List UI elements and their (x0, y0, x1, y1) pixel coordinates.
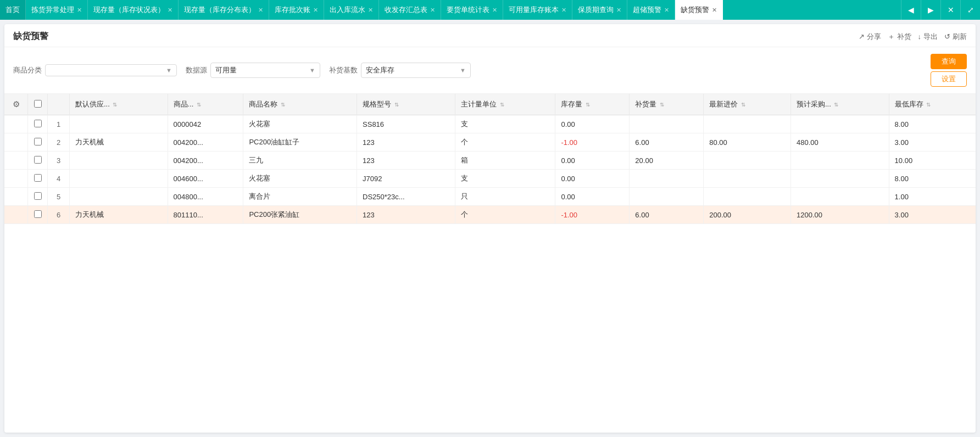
nav-tab-inout[interactable]: 出入库流水 ✕ (324, 0, 379, 20)
close-tab-stock-dist[interactable]: ✕ (258, 7, 263, 14)
row-check-4[interactable] (28, 188, 48, 206)
check-all-checkbox[interactable] (34, 100, 42, 108)
close-tab-abnormal[interactable]: ✕ (77, 7, 82, 14)
row-check-3[interactable] (28, 170, 48, 188)
col-latest-price-header[interactable]: 最新进价 ⇅ (704, 94, 791, 115)
row-check-5[interactable] (28, 206, 48, 224)
table-row: 6 力天机械 801110... PC200张紧油缸 123 个 -1.00 6… (4, 206, 976, 224)
row-num-3: 4 (48, 170, 70, 188)
col-goods-name-header[interactable]: 商品名称 ⇅ (243, 94, 357, 115)
replenish-base-value: 安全库存 (366, 65, 394, 75)
row-unit-0: 支 (455, 115, 555, 133)
row-unit-2: 箱 (455, 152, 555, 170)
filter-replenish-base-group: 补货基数 安全库存 ▼ (329, 63, 471, 78)
row-checkbox-0[interactable] (34, 120, 42, 127)
filter-category-group: 商品分类 ▼ (13, 64, 177, 76)
column-settings-icon[interactable]: ⚙ (10, 98, 22, 110)
row-spec-2: 123 (357, 152, 455, 170)
nav-tab-collect[interactable]: 收发存汇总表 ✕ (379, 0, 441, 20)
row-latest-price-5: 200.00 (704, 206, 791, 224)
row-supplier-1: 力天机械 (70, 133, 168, 152)
close-tab-batch[interactable]: ✕ (313, 7, 318, 14)
col-replenish-header[interactable]: 补货量 ⇅ (630, 94, 704, 115)
row-check-1[interactable] (28, 133, 48, 152)
row-num-1: 2 (48, 133, 70, 152)
col-est-purchase-header[interactable]: 预计采购... ⇅ (791, 94, 889, 115)
nav-tab-available[interactable]: 可用量库存账本 ✕ (503, 0, 572, 20)
col-stock-header[interactable]: 库存量 ⇅ (555, 94, 630, 115)
col-min-stock-header[interactable]: 最低库存 ⇅ (889, 94, 976, 115)
row-min-stock-5: 3.00 (889, 206, 976, 224)
row-check-2[interactable] (28, 152, 48, 170)
nav-fullscreen-button[interactable]: ⤢ (960, 0, 980, 20)
row-checkbox-3[interactable] (34, 174, 42, 182)
nav-tab-stock-dist[interactable]: 现存量（库存分布表） ✕ (179, 0, 269, 20)
row-unit-5: 个 (455, 206, 555, 224)
share-button[interactable]: ↗ 分享 (859, 32, 881, 42)
col-unit-header[interactable]: 主计量单位 ⇅ (455, 94, 555, 115)
page-container: 缺货预警 ↗ 分享 ＋ 补货 ↓ 导出 ↺ 刷新 商品分类 (4, 24, 976, 433)
row-checkbox-4[interactable] (34, 192, 42, 200)
table-row: 4 004600... 火花塞 J7092 支 0.00 8.00 (4, 170, 976, 188)
nav-tab-abnormal[interactable]: 拣货异常处理 ✕ (26, 0, 88, 20)
nav-tab-expiry[interactable]: 保质期查询 ✕ (572, 0, 627, 20)
close-tab-overstock[interactable]: ✕ (664, 7, 669, 14)
nav-next-button[interactable]: ▶ (921, 0, 940, 20)
goods-code-sort-icon: ⇅ (197, 102, 201, 108)
close-tab-collect[interactable]: ✕ (430, 7, 435, 14)
category-chevron-icon: ▼ (166, 67, 172, 74)
col-supplier-header[interactable]: 默认供应... ⇅ (70, 94, 168, 115)
row-supplier-0 (70, 115, 168, 133)
row-unit-1: 个 (455, 133, 555, 152)
replenish-base-select[interactable]: 安全库存 ▼ (361, 63, 471, 78)
row-supplier-2 (70, 152, 168, 170)
row-check-0[interactable] (28, 115, 48, 133)
nav-tab-shortage[interactable]: 缺货预警 ✕ (675, 0, 723, 20)
nav-close-button[interactable]: ✕ (940, 0, 960, 20)
row-latest-price-3 (704, 170, 791, 188)
spec-sort-icon: ⇅ (394, 102, 399, 108)
filter-actions: 查询 设置 (931, 54, 967, 87)
close-tab-requisition[interactable]: ✕ (492, 7, 497, 14)
row-replenish-4 (630, 188, 704, 206)
close-tab-stock-status[interactable]: ✕ (168, 7, 172, 14)
datasource-chevron-icon: ▼ (309, 67, 315, 74)
nav-tab-requisition[interactable]: 要货单统计表 ✕ (441, 0, 503, 20)
close-tab-inout[interactable]: ✕ (368, 7, 373, 14)
close-tab-available[interactable]: ✕ (561, 7, 566, 14)
table-row: 5 004800... 离合片 DS250*23c... 只 0.00 1.00 (4, 188, 976, 206)
category-select[interactable]: ▼ (45, 64, 177, 76)
row-min-stock-0: 8.00 (889, 115, 976, 133)
row-est-purchase-0 (791, 115, 889, 133)
row-goods-code-3: 004600... (168, 170, 243, 188)
row-unit-4: 只 (455, 188, 555, 206)
nav-tab-stock-status[interactable]: 现存量（库存状况表） ✕ (88, 0, 179, 20)
row-est-purchase-3 (791, 170, 889, 188)
close-tab-shortage[interactable]: ✕ (712, 7, 717, 14)
row-checkbox-2[interactable] (34, 156, 42, 164)
replenish-button[interactable]: ＋ 补货 (888, 32, 911, 42)
nav-tab-home[interactable]: 首页 (0, 0, 26, 20)
row-checkbox-1[interactable] (34, 138, 42, 145)
export-button[interactable]: ↓ 导出 (918, 32, 938, 42)
close-tab-expiry[interactable]: ✕ (616, 7, 621, 14)
refresh-button[interactable]: ↺ 刷新 (944, 32, 967, 42)
nav-tab-batch[interactable]: 库存批次账 ✕ (269, 0, 324, 20)
replenish-base-label: 补货基数 (329, 65, 358, 75)
row-replenish-2: 20.00 (630, 152, 704, 170)
row-num-5: 6 (48, 206, 70, 224)
row-checkbox-5[interactable] (34, 210, 42, 218)
col-spec-header[interactable]: 规格型号 ⇅ (357, 94, 455, 115)
nav-prev-button[interactable]: ◀ (901, 0, 921, 20)
data-table: ⚙ 默认供应... ⇅ 商品... ⇅ 商品名称 (4, 94, 976, 224)
col-goods-code-header[interactable]: 商品... ⇅ (168, 94, 243, 115)
row-stock-4: 0.00 (555, 188, 630, 206)
row-settings-1 (4, 133, 28, 152)
settings-button[interactable]: 设置 (931, 71, 967, 87)
nav-tab-overstock[interactable]: 超储预警 ✕ (627, 0, 675, 20)
query-button[interactable]: 查询 (931, 54, 967, 69)
row-min-stock-1: 3.00 (889, 133, 976, 152)
row-stock-2: 0.00 (555, 152, 630, 170)
datasource-select[interactable]: 可用量 ▼ (210, 63, 320, 78)
row-min-stock-3: 8.00 (889, 170, 976, 188)
